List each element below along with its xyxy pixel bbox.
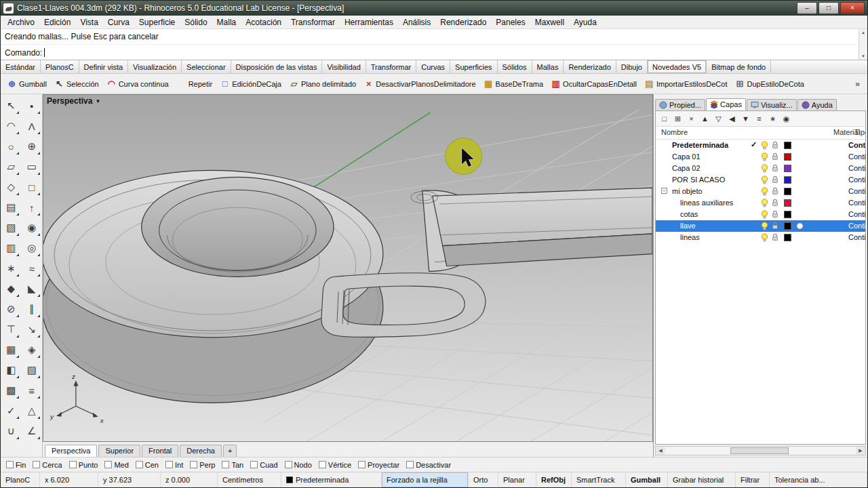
layer-visibility-bulb-icon[interactable] xyxy=(761,222,768,232)
menu-superficie[interactable]: Superficie xyxy=(134,16,180,28)
osnap-tan[interactable]: Tan xyxy=(222,461,243,469)
osnap-checkbox[interactable] xyxy=(6,461,14,468)
circle-tool-icon[interactable]: ○ xyxy=(2,138,20,155)
filter-button[interactable]: ▼ xyxy=(739,113,752,125)
layer-lock-icon[interactable] xyxy=(772,152,778,162)
layer-lock-icon[interactable] xyxy=(772,210,778,220)
tab-mallas[interactable]: Mallas xyxy=(532,60,564,73)
select-tool-icon[interactable]: ↖ xyxy=(2,97,20,115)
layer-row-cotas[interactable]: cotasContinua xyxy=(656,209,865,220)
toolbar-curva-continua-button[interactable]: ◠Curva continua xyxy=(104,77,172,90)
layer-color-swatch[interactable] xyxy=(784,211,791,218)
scrollbar-track[interactable] xyxy=(665,447,856,455)
layer-row-predeterminada[interactable]: Predeterminada✓Continua xyxy=(656,140,865,151)
expand-collapse-icon[interactable]: − xyxy=(661,188,667,194)
osnap-checkbox[interactable] xyxy=(69,461,77,468)
tab-definir-vista[interactable]: Definir vista xyxy=(79,60,128,73)
layer-lock-icon[interactable] xyxy=(772,199,778,208)
layer-row-por-si-acaso[interactable]: POR SI ACASOContinua xyxy=(656,174,865,186)
layer-lock-icon[interactable] xyxy=(772,187,778,197)
status-orto[interactable]: Orto xyxy=(469,472,498,487)
scroll-down-icon[interactable]: ▼ xyxy=(861,54,865,58)
layer-row-capa-02[interactable]: Capa 02Continua xyxy=(656,163,865,174)
status-gumball[interactable]: Gumball xyxy=(626,472,668,487)
status-forzado-a-la-rejilla[interactable]: Forzado a la rejilla xyxy=(382,472,469,487)
layout-tool-icon[interactable]: ≡ xyxy=(23,382,41,399)
menu-solido[interactable]: Sólido xyxy=(180,16,212,28)
command-scrollbar[interactable]: ▲ ▼ xyxy=(859,29,867,60)
scroll-up-icon[interactable]: ▲ xyxy=(861,30,865,35)
tab-transformar[interactable]: Transformar xyxy=(366,60,417,73)
menu-analisis[interactable]: Análisis xyxy=(398,16,435,28)
menu-ayuda[interactable]: Ayuda xyxy=(569,16,601,28)
osnap-cen[interactable]: Cen xyxy=(136,461,159,469)
osnap-checkbox[interactable] xyxy=(250,461,258,468)
osnap-checkbox[interactable] xyxy=(222,461,229,468)
tab-visualizacion[interactable]: Visualización xyxy=(128,60,182,73)
tab-planosc[interactable]: PlanosC xyxy=(41,60,79,73)
layer-visibility-bulb-icon[interactable] xyxy=(761,199,768,209)
delete-layer-button[interactable]: × xyxy=(685,113,698,125)
osnap-checkbox[interactable] xyxy=(136,461,143,468)
layer-color-swatch[interactable] xyxy=(784,234,791,241)
status-planar[interactable]: Planar xyxy=(498,472,536,487)
curve-tool-icon[interactable]: ◠ xyxy=(2,117,20,135)
toolbar-importarestilosdecot-button[interactable]: ▤ImportarEstilosDeCot xyxy=(642,77,730,90)
layer-color-swatch[interactable] xyxy=(784,199,791,207)
menu-curva[interactable]: Curva xyxy=(103,16,134,28)
status-smarttrack[interactable]: SmartTrack xyxy=(572,472,626,487)
status-grabar-historial[interactable]: Grabar historial xyxy=(668,472,736,487)
layer-visibility-bulb-icon[interactable] xyxy=(761,176,768,186)
new-viewport-tab-button[interactable]: + xyxy=(223,445,237,457)
layer-color-swatch[interactable] xyxy=(784,165,791,172)
toolbar-overflow-chevron[interactable]: » xyxy=(851,79,864,89)
viewport-canvas[interactable]: z y x xyxy=(43,95,652,441)
minimize-button[interactable]: – xyxy=(797,2,817,14)
tab-novedades-v5[interactable]: Novedades V5 xyxy=(648,60,707,73)
point-tool-icon[interactable]: • xyxy=(23,97,41,115)
menu-acotacion[interactable]: Acotación xyxy=(241,16,286,28)
menu-malla[interactable]: Malla xyxy=(212,16,241,28)
osnap-checkbox[interactable] xyxy=(104,461,112,468)
status-x-6-020[interactable]: x 6.020 xyxy=(40,472,98,487)
osnap-checkbox[interactable] xyxy=(33,461,40,468)
status-centimetros[interactable]: Centímetros xyxy=(218,472,281,487)
status-planoc[interactable]: PlanoC xyxy=(1,472,40,487)
status-filtrar[interactable]: Filtrar xyxy=(736,472,770,487)
layer-visibility-bulb-icon[interactable] xyxy=(761,141,768,151)
box-tool-icon[interactable]: ▧ xyxy=(2,219,20,237)
layer-lock-icon[interactable] xyxy=(772,141,778,150)
layer-color-swatch[interactable] xyxy=(784,153,791,161)
viewport-perspective[interactable]: z y x Perspectiva ▼ xyxy=(43,94,653,442)
list-options-button[interactable]: ≡ xyxy=(753,113,766,125)
command-input[interactable]: Comando: xyxy=(1,45,867,60)
rectangle-tool-icon[interactable]: ▭ xyxy=(23,158,41,176)
osnap-checkbox[interactable] xyxy=(190,461,197,468)
layer-lock-icon[interactable] xyxy=(772,164,778,174)
new-layer-button[interactable]: □ xyxy=(658,113,671,125)
panel-tab-ayuda[interactable]: Ayuda xyxy=(797,99,837,110)
tools-button[interactable]: ∗ xyxy=(766,113,779,125)
layer-visibility-bulb-icon[interactable] xyxy=(761,187,768,197)
status-z-0-000[interactable]: z 0.000 xyxy=(161,472,218,487)
tab-superficies[interactable]: Superficies xyxy=(450,60,497,73)
boolean-tool-icon[interactable]: ∗ xyxy=(2,260,20,277)
panel-tab-propied[interactable]: Propied... xyxy=(655,99,705,110)
viewport-tab-derecha[interactable]: Derecha xyxy=(180,445,222,457)
polyline-tool-icon[interactable]: Λ xyxy=(23,117,41,135)
layer-color-swatch[interactable] xyxy=(784,222,791,230)
array-tool-icon[interactable]: ▦ xyxy=(2,341,20,359)
tab-bitmap-de-fondo[interactable]: Bitmap de fondo xyxy=(707,60,771,73)
layer-material-icon[interactable] xyxy=(796,222,804,231)
osnap-vertice[interactable]: Vértice xyxy=(319,461,351,469)
layer-lock-icon[interactable] xyxy=(772,233,778,243)
scrollbar-thumb[interactable] xyxy=(730,447,789,454)
osnap-desactivar[interactable]: Desactivar xyxy=(406,461,451,469)
maximize-button[interactable]: □ xyxy=(818,2,839,14)
move-down-button[interactable]: ▽ xyxy=(712,113,725,125)
viewport-tab-perspectiva[interactable]: Perspectiva xyxy=(45,445,97,457)
paint-tool-icon[interactable]: ◧ xyxy=(2,361,20,379)
osnap-cuad[interactable]: Cuad xyxy=(250,461,277,469)
toolbar-basedetrama-button[interactable]: ▦BaseDeTrama xyxy=(481,77,547,90)
panel-tab-capas[interactable]: Capas xyxy=(706,98,746,110)
